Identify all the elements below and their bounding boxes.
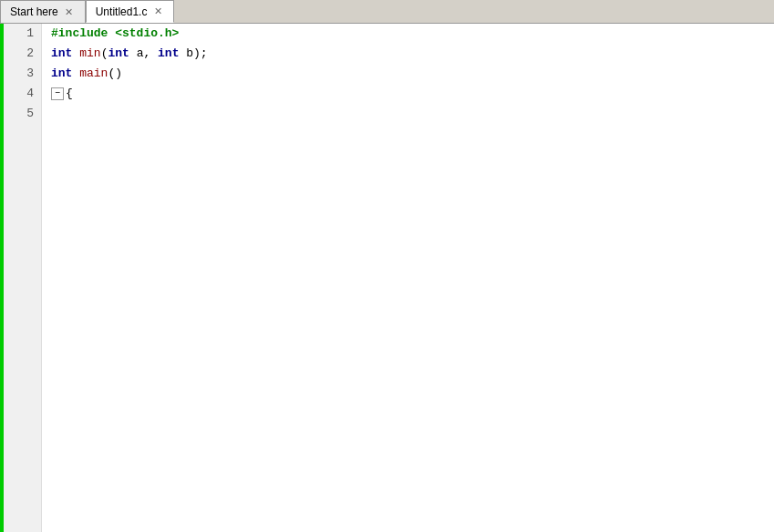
tab-bar: Start here ✕ Untitled1.c ✕ [0, 0, 774, 24]
tab-start-here[interactable]: Start here ✕ [0, 0, 86, 23]
tab-start-here-close[interactable]: ✕ [63, 5, 76, 18]
code-line-3: int main() [51, 64, 774, 84]
code-line-4: −{ [51, 84, 774, 104]
tab-untitled1-label: Untitled1.c [96, 5, 148, 18]
editor-container: 12345 #include <stdio.h>int min(int a, i… [0, 24, 774, 532]
line-numbers: 12345 [4, 24, 42, 532]
line-number-1: 1 [4, 24, 34, 44]
fold-icon-4[interactable]: − [51, 87, 64, 100]
tab-start-here-label: Start here [10, 5, 58, 18]
code-line-1: #include <stdio.h> [51, 24, 774, 44]
line-number-5: 5 [4, 104, 34, 124]
line-number-4: 4 [4, 84, 34, 104]
line-number-3: 3 [4, 64, 34, 84]
code-line-2: int min(int a, int b); [51, 44, 774, 64]
tab-untitled1[interactable]: Untitled1.c ✕ [86, 0, 175, 23]
tab-untitled1-close[interactable]: ✕ [151, 5, 164, 18]
line-number-2: 2 [4, 44, 34, 64]
code-area[interactable]: #include <stdio.h>int min(int a, int b);… [42, 24, 774, 532]
